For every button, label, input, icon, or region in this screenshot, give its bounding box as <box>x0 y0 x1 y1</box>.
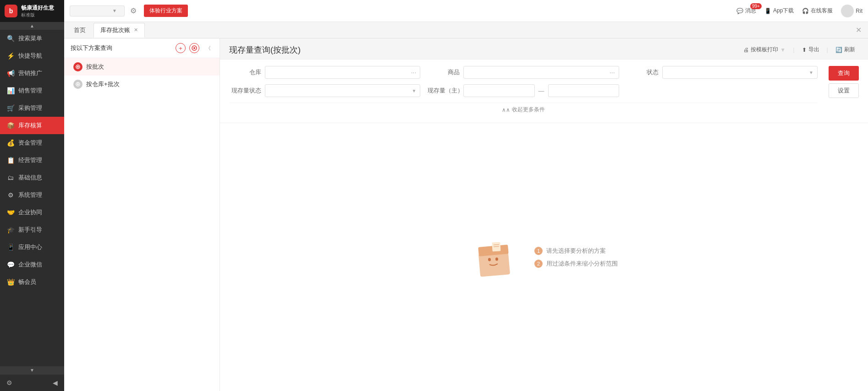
sidebar-scroll-down[interactable]: ▼ <box>0 366 64 374</box>
sidebar-footer: ⚙ ◀ <box>0 374 64 391</box>
plan-settings-btn[interactable] <box>189 43 199 53</box>
wechat-icon: 💬 <box>6 261 15 269</box>
page-header: 现存量查询(按批次) 🖨 按模板打印 ▼ | ⬆ 导出 | 🔄 <box>220 38 868 60</box>
product-dots-icon[interactable]: ··· <box>610 69 615 76</box>
topbar-messages[interactable]: 💬 消息 99+ <box>736 7 756 15</box>
company-name: 畅康通好生意 <box>21 4 54 12</box>
set-btn[interactable]: 设置 <box>829 83 859 98</box>
empty-hint-1-text: 请先选择要分析的方案 <box>546 247 606 255</box>
print-btn[interactable]: 🖨 按模板打印 ▼ <box>740 44 789 55</box>
sidebar-item-finance[interactable]: 💰 资金管理 <box>0 134 64 152</box>
sidebar-item-operation-label: 经营管理 <box>18 156 42 164</box>
print-dropdown-icon[interactable]: ▼ <box>780 47 786 53</box>
sidebar-item-member[interactable]: 👑 畅会员 <box>0 273 64 291</box>
system-icon: ⚙ <box>6 191 15 199</box>
edition-label: 标准版 <box>21 12 54 18</box>
btn-group-right: 查询 设置 <box>829 66 859 98</box>
app-logo: b <box>5 5 17 17</box>
sidebar-item-newbie[interactable]: 🎓 新手引导 <box>0 221 64 239</box>
right-content: 现存量查询(按批次) 🖨 按模板打印 ▼ | ⬆ 导出 | 🔄 <box>220 38 868 391</box>
stock-amount-to[interactable] <box>548 84 619 97</box>
topbar-gear-icon[interactable]: ⚙ <box>130 6 137 15</box>
filter-group-status: 状态 ▼ <box>626 66 818 79</box>
topbar-user[interactable]: Rit <box>841 5 863 17</box>
sidebar-item-inventory[interactable]: 📦 库存核算 <box>0 117 64 134</box>
sidebar-item-basic[interactable]: 🗂 基础信息 <box>0 169 64 186</box>
chevron-up-icon: ∧∧ <box>502 107 510 113</box>
empty-illustration-svg <box>470 232 521 282</box>
sidebar-item-app-center[interactable]: 📱 应用中心 <box>0 239 64 256</box>
sidebar-item-quick-nav[interactable]: ⚡ 快捷导航 <box>0 47 64 65</box>
filter-group-stock-status: 现存量状态 ▼ <box>229 84 420 97</box>
query-btn[interactable]: 查询 <box>829 66 859 81</box>
product-input[interactable]: ··· <box>463 66 619 79</box>
sidebar-item-operation[interactable]: 📋 经营管理 <box>0 152 64 169</box>
sidebar-settings-btn[interactable]: ⚙ <box>6 379 12 386</box>
left-panel-title: 按以下方案查询 <box>71 44 112 52</box>
filter-row-1: 仓库 ··· 商品 ··· <box>229 66 818 79</box>
collapse-more-btn[interactable]: ∧∧ 收起更多条件 <box>229 103 818 116</box>
inventory-icon: 📦 <box>6 121 15 130</box>
sidebar-item-inventory-label: 库存核算 <box>18 121 42 130</box>
sidebar-header: b 畅康通好生意 标准版 <box>0 0 64 22</box>
collapse-panel-btn[interactable]: 《 <box>203 43 213 53</box>
sidebar-collapse-btn[interactable]: ◀ <box>53 379 58 386</box>
add-plan-btn[interactable]: + <box>176 43 186 53</box>
status-select[interactable]: ▼ <box>662 66 818 79</box>
hint-num-1: 1 <box>534 247 543 255</box>
tab-inventory-batch-label: 库存批次账 <box>100 26 130 34</box>
svg-point-3 <box>77 66 79 68</box>
sales-icon: 📊 <box>6 87 15 95</box>
tab-inventory-batch-close[interactable]: ✕ <box>134 27 138 33</box>
topbar-right: 💬 消息 99+ 📱 App下载 🎧 在线客服 Rit <box>736 5 863 17</box>
sidebar-item-wechat[interactable]: 💬 企业微信 <box>0 256 64 273</box>
main-area: ▼ ⚙ 体验行业方案 💬 消息 99+ 📱 App下载 🎧 在线客服 Rit <box>64 0 868 391</box>
sidebar-scroll-up[interactable]: ▲ <box>0 22 64 30</box>
refresh-btn[interactable]: 🔄 刷新 <box>832 44 859 55</box>
export-btn[interactable]: ⬆ 导出 <box>798 44 823 55</box>
sidebar-item-system[interactable]: ⚙ 系统管理 <box>0 186 64 204</box>
tabbar: 首页 库存批次账 ✕ ✕ <box>64 22 868 38</box>
online-service-label: 在线客服 <box>811 7 833 15</box>
stock-amount-label: 现存量（主） <box>428 87 460 95</box>
status-chevron-icon: ▼ <box>809 70 813 75</box>
empty-hint-2: 2 用过滤条件来缩小分析范围 <box>534 260 618 268</box>
topbar-search-box[interactable]: ▼ <box>70 5 125 16</box>
tab-inventory-batch[interactable]: 库存批次账 ✕ <box>93 23 145 38</box>
sidebar-item-purchase[interactable]: 🛒 采购管理 <box>0 99 64 117</box>
plan-icon-red <box>73 62 82 71</box>
sidebar-item-search-label: 搜索菜单 <box>18 34 42 43</box>
sidebar-item-sales-label: 销售管理 <box>18 87 42 95</box>
topbar-online-service[interactable]: 🎧 在线客服 <box>802 7 833 15</box>
warehouse-input[interactable]: ··· <box>265 66 420 79</box>
sidebar-item-finance-label: 资金管理 <box>18 139 42 147</box>
sidebar-item-search[interactable]: 🔍 搜索菜单 <box>0 30 64 47</box>
stock-amount-dash: — <box>535 87 548 94</box>
experience-btn[interactable]: 体验行业方案 <box>144 5 188 17</box>
stock-status-select[interactable]: ▼ <box>265 84 420 97</box>
sidebar: b 畅康通好生意 标准版 ▲ 🔍 搜索菜单 ⚡ 快捷导航 📢 营销推广 📊 销售… <box>0 0 64 391</box>
tab-home[interactable]: 首页 <box>67 23 93 38</box>
stock-status-chevron-icon: ▼ <box>412 88 416 93</box>
topbar-search-input[interactable] <box>74 8 110 14</box>
app-center-icon: 📱 <box>6 243 15 251</box>
plan-item-batch[interactable]: 按批次 <box>64 58 220 76</box>
plan-item-warehouse-batch[interactable]: 按仓库+批次 <box>64 76 220 93</box>
sidebar-item-sales[interactable]: 📊 销售管理 <box>0 82 64 99</box>
search-icon: 🔍 <box>6 34 15 43</box>
user-avatar <box>841 5 854 17</box>
empty-hint-2-text: 用过滤条件来缩小分析范围 <box>546 260 618 268</box>
plan-icon-gray <box>73 80 82 89</box>
sidebar-item-enterprise[interactable]: 🤝 企业协同 <box>0 204 64 221</box>
empty-illustration <box>470 232 521 282</box>
newbie-icon: 🎓 <box>6 226 15 234</box>
filter-group-warehouse: 仓库 ··· <box>229 66 420 79</box>
warehouse-dots-icon[interactable]: ··· <box>411 69 417 76</box>
messages-badge: 99+ <box>750 3 762 9</box>
sidebar-item-app-center-label: 应用中心 <box>18 243 42 251</box>
topbar-app-download[interactable]: 📱 App下载 <box>764 7 794 15</box>
empty-state: 1 请先选择要分析的方案 2 用过滤条件来缩小分析范围 <box>220 123 868 391</box>
close-icon[interactable]: ✕ <box>852 26 865 34</box>
stock-amount-from[interactable] <box>463 84 534 97</box>
sidebar-item-marketing[interactable]: 📢 营销推广 <box>0 65 64 82</box>
